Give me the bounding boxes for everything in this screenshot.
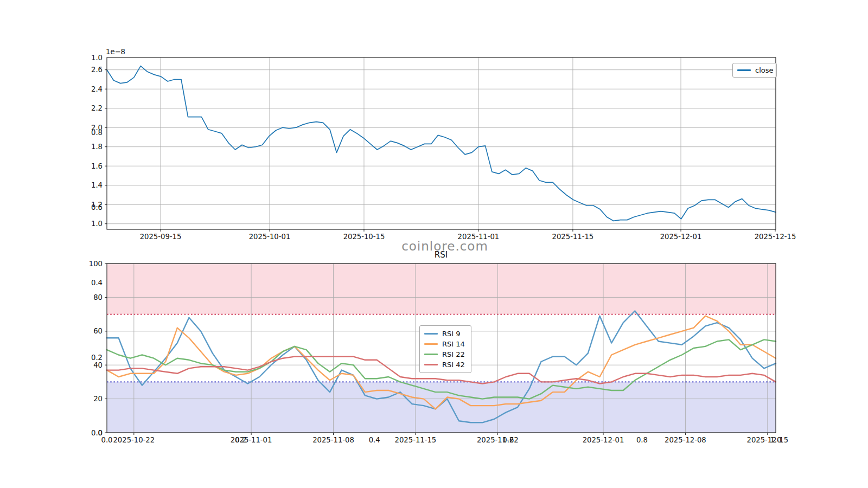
y-tick-label: 80 bbox=[93, 293, 103, 301]
y-tick-label: 2.4 bbox=[91, 85, 103, 93]
rsi-42-line-sample bbox=[424, 364, 438, 365]
y-tick-label: 40 bbox=[93, 361, 103, 369]
y-tick-label: 2.2 bbox=[91, 104, 103, 112]
x-tick-label: 2025-10-01 bbox=[249, 233, 291, 241]
fraction-y-tick-label: 0.4 bbox=[91, 279, 103, 287]
x-tick-label: 2025-11-15 bbox=[395, 436, 437, 444]
x-tick-label: 2025-12-01 bbox=[660, 233, 702, 241]
rsi-14-line-sample bbox=[424, 343, 438, 345]
legend-item-label: RSI 14 bbox=[442, 340, 465, 348]
legend-item: RSI 22 bbox=[424, 349, 467, 359]
x-tick-label: 2025-12-01 bbox=[583, 436, 624, 444]
close-line-sample bbox=[737, 69, 751, 71]
figure: 1.01.21.41.61.82.02.22.42.62025-09-15202… bbox=[0, 0, 868, 488]
x-tick-label: 2025-10-15 bbox=[343, 233, 385, 241]
fraction-y-tick-label: 0.6 bbox=[91, 203, 103, 211]
x-tick-label: 2025-12-15 bbox=[755, 233, 796, 241]
x-tick-label: 2025-11-15 bbox=[552, 233, 594, 241]
x-tick-label: 2025-12-15 bbox=[747, 436, 789, 444]
y-tick-label: 2.6 bbox=[91, 66, 103, 74]
fraction-x-tick-label: 1.0 bbox=[770, 436, 782, 444]
legend-item-label: RSI 22 bbox=[442, 350, 465, 358]
legend-item: RSI 9 bbox=[424, 329, 467, 339]
fraction-y-tick-label: 0.2 bbox=[91, 354, 103, 362]
y-tick-label: 60 bbox=[93, 327, 103, 335]
fraction-y-tick-label: 0.8 bbox=[91, 129, 103, 137]
rsi-9-line-sample bbox=[424, 333, 438, 335]
fraction-x-tick-label: 0.6 bbox=[502, 436, 514, 444]
y-tick-label: 1.4 bbox=[91, 181, 103, 189]
y-tick-label: 1.8 bbox=[91, 143, 103, 151]
x-tick-label: 2025-12-08 bbox=[665, 436, 706, 444]
overbought-band bbox=[107, 264, 776, 314]
fraction-x-tick-label: 0.2 bbox=[235, 436, 246, 444]
legend-item-label: RSI 9 bbox=[442, 330, 461, 338]
fraction-x-tick-label: 0.4 bbox=[369, 436, 380, 444]
x-tick-label: 2025-09-15 bbox=[140, 233, 182, 241]
y-tick-label: 20 bbox=[93, 395, 103, 403]
x-tick-label: 2025-11-08 bbox=[312, 436, 354, 444]
y-tick-label: 1.0 bbox=[91, 220, 103, 228]
axis-offset-label: 1e−8 bbox=[106, 48, 125, 56]
fraction-x-tick-label: 0.0 bbox=[101, 436, 113, 444]
legend-item: RSI 14 bbox=[424, 339, 467, 349]
price-chart-legend: close bbox=[732, 63, 777, 78]
plot-border bbox=[107, 57, 776, 229]
legend-item: RSI 42 bbox=[424, 359, 467, 370]
rsi-chart-title: RSI bbox=[435, 250, 448, 260]
x-tick-label: 2025-10-22 bbox=[113, 436, 155, 444]
rsi-chart-legend: RSI 9RSI 14RSI 22RSI 42 bbox=[419, 325, 471, 373]
y-tick-label: 1.6 bbox=[91, 162, 103, 170]
close-legend-label: close bbox=[755, 66, 773, 74]
y-tick-label: 100 bbox=[89, 260, 103, 268]
fraction-x-tick-label: 0.8 bbox=[636, 436, 648, 444]
legend-item-label: RSI 42 bbox=[442, 361, 465, 369]
rsi-22-line-sample bbox=[424, 354, 438, 355]
fraction-y-tick-label: 1.0 bbox=[91, 54, 103, 62]
oversold-band bbox=[107, 382, 776, 433]
